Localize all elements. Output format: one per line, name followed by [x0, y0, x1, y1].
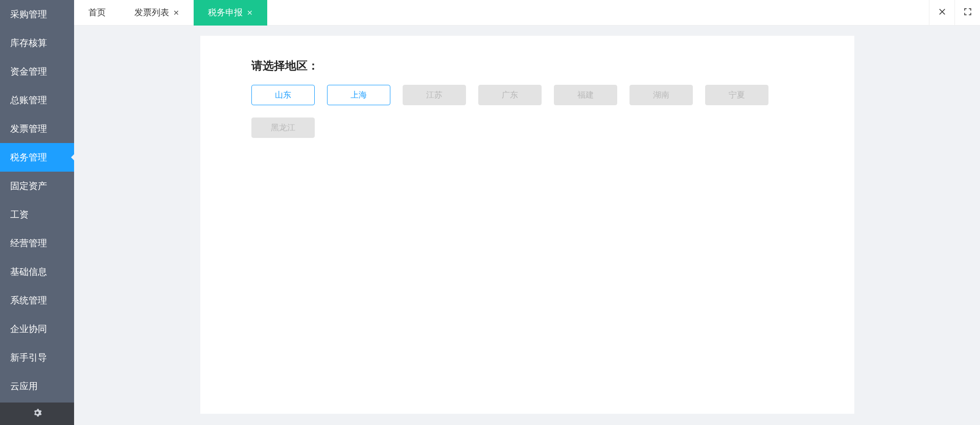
sidebar-item-label: 工资 [10, 209, 29, 220]
region-label: 江苏 [426, 90, 442, 99]
region-label: 山东 [275, 90, 291, 99]
sidebar-settings-button[interactable] [0, 403, 74, 425]
tab-home[interactable]: 首页 [74, 0, 120, 26]
region-label: 上海 [351, 90, 367, 99]
region-card: 请选择地区： 山东 上海 江苏 广东 福建 湖南 宁夏 黑龙江 [200, 36, 854, 414]
sidebar-item-funds[interactable]: 资金管理 [0, 57, 74, 86]
region-label: 福建 [577, 90, 594, 99]
region-button-ningxia[interactable]: 宁夏 [705, 85, 768, 105]
main-content: 请选择地区： 山东 上海 江苏 广东 福建 湖南 宁夏 黑龙江 [74, 26, 980, 425]
sidebar-item-cloud[interactable]: 云应用 [0, 372, 74, 400]
sidebar-item-label: 固定资产 [10, 181, 47, 191]
tab-label: 税务申报 [208, 0, 243, 26]
sidebar-item-operation[interactable]: 经营管理 [0, 229, 74, 257]
region-button-jiangsu[interactable]: 江苏 [403, 85, 466, 105]
sidebar-item-invoice[interactable]: 发票管理 [0, 114, 74, 143]
region-label: 湖南 [653, 90, 669, 99]
tab-tax-report[interactable]: 税务申报 ✕ [194, 0, 267, 26]
fullscreen-icon [963, 7, 972, 18]
tab-bar: 首页 发票列表 ✕ 税务申报 ✕ [74, 0, 954, 26]
region-select-title: 请选择地区： [251, 58, 803, 74]
sidebar-item-label: 企业协同 [10, 324, 47, 334]
sidebar-item-label: 总账管理 [10, 95, 47, 105]
sidebar-item-enterprise[interactable]: 企业协同 [0, 315, 74, 343]
sidebar-item-guide[interactable]: 新手引导 [0, 343, 74, 372]
close-icon [938, 7, 947, 18]
sidebar-item-label: 经营管理 [10, 238, 47, 248]
sidebar-item-salary[interactable]: 工资 [0, 200, 74, 229]
gear-icon [33, 408, 42, 419]
region-button-shandong[interactable]: 山东 [251, 85, 315, 105]
region-grid: 山东 上海 江苏 广东 福建 湖南 宁夏 黑龙江 [251, 85, 803, 138]
close-icon[interactable]: ✕ [247, 9, 253, 16]
region-button-shanghai[interactable]: 上海 [327, 85, 390, 105]
close-tabs-button[interactable] [929, 0, 954, 25]
sidebar-item-purchase[interactable]: 采购管理 [0, 0, 74, 29]
region-label: 广东 [502, 90, 518, 99]
sidebar: 采购管理 库存核算 资金管理 总账管理 发票管理 税务管理 固定资产 工资 经营… [0, 0, 74, 425]
sidebar-item-ledger[interactable]: 总账管理 [0, 86, 74, 114]
sidebar-item-system[interactable]: 系统管理 [0, 286, 74, 315]
region-button-fujian[interactable]: 福建 [554, 85, 617, 105]
sidebar-item-label: 云应用 [10, 381, 38, 391]
sidebar-item-label: 发票管理 [10, 124, 47, 134]
region-button-hunan[interactable]: 湖南 [629, 85, 693, 105]
sidebar-item-basic-info[interactable]: 基础信息 [0, 257, 74, 286]
sidebar-item-label: 税务管理 [10, 152, 47, 162]
sidebar-item-tax[interactable]: 税务管理 [0, 143, 74, 172]
region-label: 黑龙江 [271, 123, 295, 132]
sidebar-item-fixed-assets[interactable]: 固定资产 [0, 172, 74, 200]
region-button-heilongjiang[interactable]: 黑龙江 [251, 117, 315, 138]
sidebar-item-inventory[interactable]: 库存核算 [0, 29, 74, 57]
sidebar-item-label: 基础信息 [10, 267, 47, 277]
sidebar-item-label: 库存核算 [10, 38, 47, 48]
tab-invoice-list[interactable]: 发票列表 ✕ [120, 0, 194, 26]
header-controls [929, 0, 980, 26]
region-label: 宁夏 [729, 90, 745, 99]
close-icon[interactable]: ✕ [173, 9, 179, 16]
sidebar-menu: 采购管理 库存核算 资金管理 总账管理 发票管理 税务管理 固定资产 工资 经营… [0, 0, 74, 403]
sidebar-item-label: 资金管理 [10, 66, 47, 77]
region-button-guangdong[interactable]: 广东 [478, 85, 542, 105]
fullscreen-button[interactable] [954, 0, 980, 25]
sidebar-item-label: 采购管理 [10, 9, 47, 19]
tab-label: 首页 [88, 0, 106, 26]
tab-label: 发票列表 [134, 0, 169, 26]
sidebar-item-label: 系统管理 [10, 295, 47, 305]
sidebar-item-label: 新手引导 [10, 352, 47, 363]
